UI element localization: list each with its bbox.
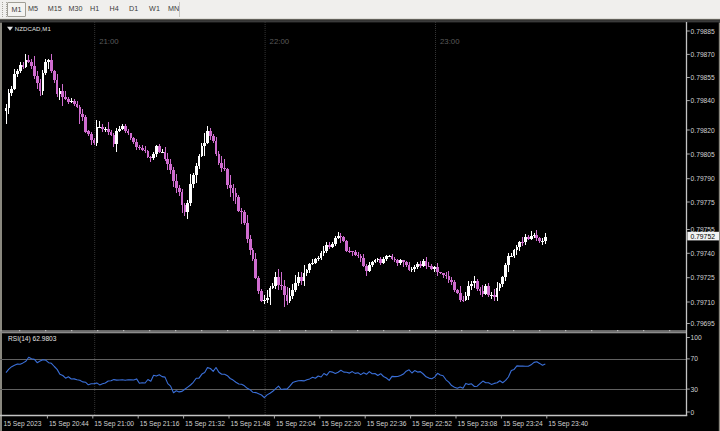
svg-text:15 Sep 21:32: 15 Sep 21:32 xyxy=(185,420,225,428)
svg-text:0.79775: 0.79775 xyxy=(691,199,715,206)
svg-text:15 Sep 22:52: 15 Sep 22:52 xyxy=(412,420,452,428)
svg-text:15 Sep 22:36: 15 Sep 22:36 xyxy=(367,420,407,428)
svg-text:23:00: 23:00 xyxy=(440,37,460,46)
svg-text:15 Sep 21:48: 15 Sep 21:48 xyxy=(231,420,271,428)
svg-text:15 Sep 21:16: 15 Sep 21:16 xyxy=(140,420,180,428)
svg-text:0.79790: 0.79790 xyxy=(691,175,715,182)
svg-text:0.79870: 0.79870 xyxy=(691,51,715,58)
svg-text:0.79695: 0.79695 xyxy=(691,320,715,327)
svg-text:15 Sep 22:20: 15 Sep 22:20 xyxy=(321,420,361,428)
svg-text:30: 30 xyxy=(691,386,699,393)
svg-text:0.79710: 0.79710 xyxy=(691,299,715,306)
svg-text:0.79840: 0.79840 xyxy=(691,97,715,104)
svg-text:70: 70 xyxy=(691,355,699,362)
svg-text:0.79820: 0.79820 xyxy=(691,127,715,134)
svg-text:0.79885: 0.79885 xyxy=(691,28,715,35)
svg-text:0.79805: 0.79805 xyxy=(691,151,715,158)
svg-text:NZDCAD,M1: NZDCAD,M1 xyxy=(15,26,52,32)
svg-text:22:00: 22:00 xyxy=(270,37,290,46)
svg-text:0: 0 xyxy=(691,409,695,416)
svg-text:15 Sep 21:00: 15 Sep 21:00 xyxy=(94,420,134,428)
svg-text:RSI(14) 62.9803: RSI(14) 62.9803 xyxy=(8,335,57,343)
svg-text:0.79752: 0.79752 xyxy=(690,233,715,240)
svg-text:100: 100 xyxy=(691,334,702,341)
svg-text:15 Sep 23:08: 15 Sep 23:08 xyxy=(458,420,498,428)
svg-text:15 Sep 23:24: 15 Sep 23:24 xyxy=(503,420,543,428)
svg-text:15 Sep 2023: 15 Sep 2023 xyxy=(4,420,42,428)
svg-text:15 Sep 23:40: 15 Sep 23:40 xyxy=(548,420,588,428)
svg-text:21:00: 21:00 xyxy=(99,37,119,46)
svg-text:0.79725: 0.79725 xyxy=(691,274,715,281)
svg-text:0.79740: 0.79740 xyxy=(691,250,715,257)
svg-text:15 Sep 20:44: 15 Sep 20:44 xyxy=(49,420,89,428)
svg-text:15 Sep 22:04: 15 Sep 22:04 xyxy=(276,420,316,428)
svg-text:0.79855: 0.79855 xyxy=(691,74,715,81)
